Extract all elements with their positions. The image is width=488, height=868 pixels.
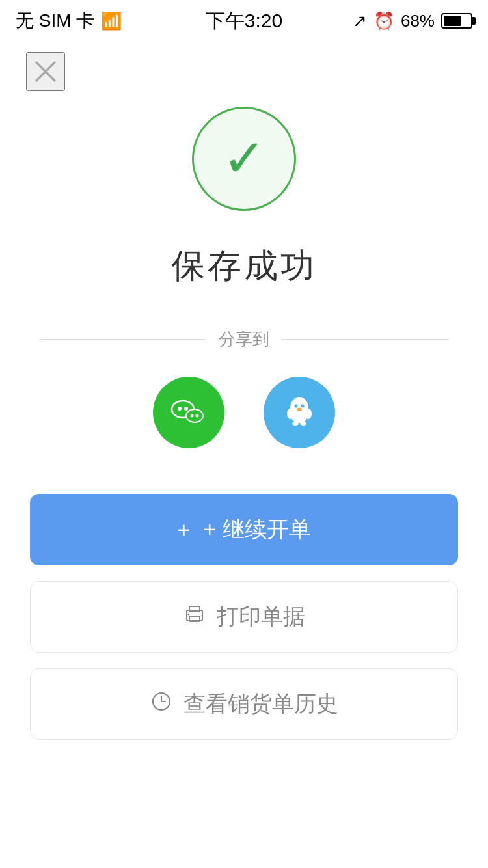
success-icon-circle: ✓	[192, 107, 296, 211]
qq-share-button[interactable]	[264, 377, 335, 448]
checkmark-icon: ✓	[223, 133, 266, 185]
status-left: 无 SIM 卡 📶	[16, 8, 122, 33]
success-title: 保存成功	[171, 243, 317, 289]
svg-point-6	[191, 414, 194, 418]
status-time: 下午3:20	[206, 8, 282, 34]
print-label: 打印单据	[217, 602, 305, 632]
wechat-share-button[interactable]	[153, 377, 224, 448]
wifi-icon: 📶	[101, 11, 122, 31]
location-icon: ↗	[353, 11, 367, 31]
action-buttons: + + 继续开单 打印单据 查看销货单历史	[0, 494, 488, 740]
sim-label: 无 SIM 卡	[16, 8, 94, 33]
print-button[interactable]: 打印单据	[30, 581, 458, 653]
history-button[interactable]: 查看销货单历史	[30, 668, 458, 740]
alarm-icon: ⏰	[373, 11, 394, 31]
continue-order-button[interactable]: + + 继续开单	[30, 494, 458, 565]
history-label: 查看销货单历史	[183, 689, 338, 719]
svg-point-5	[184, 407, 188, 411]
share-divider: 分享到	[0, 328, 488, 351]
share-buttons	[153, 377, 335, 448]
battery-pct: 68%	[401, 11, 435, 31]
divider-line-left	[39, 339, 206, 340]
close-button[interactable]	[26, 52, 65, 91]
status-right: ↗ ⏰ 68%	[353, 11, 472, 31]
main-content: ✓ 保存成功 分享到	[0, 42, 488, 740]
battery-icon	[441, 13, 472, 29]
status-bar: 无 SIM 卡 📶 下午3:20 ↗ ⏰ 68%	[0, 0, 488, 42]
divider-line-right	[282, 339, 449, 340]
svg-point-16	[292, 422, 299, 426]
print-icon	[183, 603, 206, 631]
svg-point-15	[291, 411, 307, 423]
share-label: 分享到	[206, 328, 282, 351]
svg-point-17	[300, 422, 306, 426]
svg-point-7	[196, 414, 199, 418]
svg-point-3	[186, 409, 203, 422]
svg-point-11	[301, 405, 305, 408]
svg-point-12	[297, 408, 302, 411]
svg-point-4	[178, 407, 182, 411]
history-icon	[150, 690, 173, 718]
svg-point-10	[295, 405, 298, 408]
continue-order-label: + 继续开单	[203, 515, 310, 545]
plus-icon: +	[177, 517, 190, 543]
svg-point-21	[188, 614, 190, 616]
